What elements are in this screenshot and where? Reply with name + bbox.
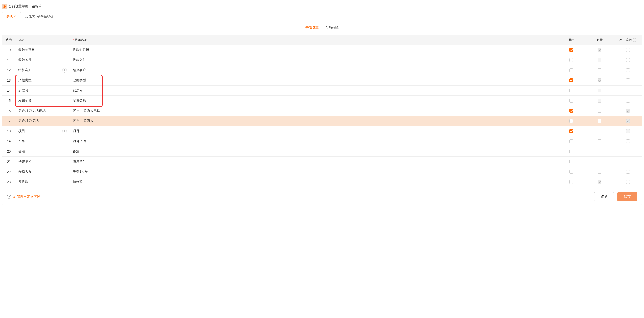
area-tab[interactable]: 表头区 — [2, 12, 21, 22]
table-row[interactable]: 14发票号发票号 — [2, 86, 642, 96]
cell-display-name[interactable]: 发票号 — [70, 86, 557, 96]
show-checkbox[interactable] — [569, 58, 573, 62]
cell-display-name[interactable]: 项目.车号 — [70, 136, 557, 146]
field-name-label: 步骤人员 — [18, 170, 32, 174]
footer-right: 取消 保存 — [594, 192, 637, 201]
table-row[interactable]: 23预收款预收款 — [2, 177, 642, 187]
area-tabs: 表头区表体区–销货单明细 — [2, 12, 642, 22]
cell-display-name[interactable]: 项目 — [70, 126, 557, 136]
table-row[interactable]: 12结算客户+结算客户 — [2, 65, 642, 75]
cell-display-name[interactable]: 收款条件 — [70, 55, 557, 65]
show-checkbox[interactable] — [569, 68, 573, 72]
table-row[interactable]: 16客户.主联系人电话客户.主联系人电话 — [2, 106, 642, 116]
required-checkbox[interactable] — [598, 68, 602, 72]
cell-required — [586, 55, 614, 65]
collapse-icon[interactable] — [2, 4, 7, 9]
add-child-button[interactable]: + — [62, 68, 67, 72]
readonly-checkbox[interactable] — [626, 58, 630, 62]
cell-readonly — [614, 106, 642, 116]
table-row[interactable]: 21快递单号快递单号 — [2, 157, 642, 167]
cell-display-name[interactable]: 票据类型 — [70, 75, 557, 85]
table-row[interactable]: 22步骤人员步骤1人员 — [2, 167, 642, 177]
readonly-checkbox[interactable] — [626, 48, 630, 52]
required-checkbox[interactable] — [598, 170, 602, 174]
table-row[interactable]: 10收款到期日收款到期日 — [2, 45, 642, 55]
readonly-checkbox[interactable] — [626, 160, 630, 164]
show-checkbox[interactable] — [569, 78, 573, 82]
show-checkbox[interactable] — [569, 48, 573, 52]
cancel-button[interactable]: 取消 — [594, 192, 614, 201]
cell-readonly — [614, 55, 642, 65]
readonly-checkbox[interactable] — [626, 140, 630, 143]
cell-readonly — [614, 45, 642, 55]
col-header-readonly-label: 不可编辑 — [620, 38, 632, 42]
cell-display-name[interactable]: 发票金额 — [70, 96, 557, 106]
show-checkbox[interactable] — [569, 140, 573, 143]
table-row[interactable]: 17客户.主联系人客户.主联系人 — [2, 116, 642, 126]
help-icon[interactable]: ? — [633, 38, 636, 42]
readonly-checkbox[interactable] — [626, 180, 630, 184]
field-name-label: 发票号 — [18, 88, 28, 92]
cell-seq: 23 — [2, 177, 16, 187]
readonly-checkbox[interactable] — [626, 170, 630, 174]
readonly-checkbox[interactable] — [626, 99, 630, 102]
add-child-button[interactable]: + — [62, 129, 67, 134]
readonly-checkbox[interactable] — [626, 68, 630, 72]
col-header-name: 列名 — [16, 35, 70, 45]
table-row[interactable]: 19车号项目.车号 — [2, 136, 642, 146]
required-checkbox — [598, 48, 602, 52]
readonly-checkbox[interactable] — [626, 88, 630, 92]
required-checkbox[interactable] — [598, 160, 602, 164]
required-checkbox[interactable] — [598, 150, 602, 153]
mode-tab[interactable]: 布局调整 — [325, 25, 338, 32]
required-checkbox[interactable] — [598, 119, 602, 123]
cell-display-name[interactable]: 快递单号 — [70, 157, 557, 166]
cell-show — [557, 116, 586, 126]
required-checkbox[interactable] — [598, 129, 602, 133]
header-bar: 当前设置单据：销货单 — [2, 2, 642, 12]
cell-name: 收款到期日 — [16, 45, 70, 55]
table-row[interactable]: 11收款条件收款条件 — [2, 55, 642, 65]
show-checkbox[interactable] — [569, 160, 573, 164]
table-row[interactable]: 20备注备注 — [2, 146, 642, 157]
readonly-checkbox[interactable] — [626, 150, 630, 153]
cell-readonly — [614, 116, 642, 126]
required-checkbox — [598, 78, 602, 82]
cell-display-name[interactable]: 预收款 — [70, 177, 557, 187]
cell-display-name[interactable]: 备注 — [70, 146, 557, 156]
required-checkbox[interactable] — [598, 109, 602, 113]
table-row[interactable]: 18项目+项目 — [2, 126, 642, 136]
save-button[interactable]: 保存 — [617, 192, 637, 201]
area-tab[interactable]: 表体区–销货单明细 — [21, 12, 58, 22]
show-checkbox[interactable] — [569, 129, 573, 133]
gear-icon: ⚙ — [12, 195, 16, 199]
table-row[interactable]: 15发票金额发票金额 — [2, 96, 642, 106]
field-name-label: 票据类型 — [18, 78, 32, 82]
cell-show — [557, 65, 586, 75]
cell-display-name[interactable]: 客户.主联系人 — [70, 116, 557, 126]
show-checkbox[interactable] — [569, 170, 573, 174]
table-header-row: 序号 列名 *显示名称 显示 必录 不可编辑? — [2, 35, 642, 45]
cell-name: 客户.主联系人 — [16, 116, 70, 126]
cell-required — [586, 116, 614, 126]
show-checkbox[interactable] — [569, 99, 573, 102]
table-row[interactable]: 13票据类型票据类型 — [2, 75, 642, 86]
cell-display-name[interactable]: 收款到期日 — [70, 45, 557, 55]
cell-seq: 17 — [2, 116, 16, 126]
readonly-checkbox[interactable] — [626, 78, 630, 82]
show-checkbox[interactable] — [569, 150, 573, 153]
cell-seq: 18 — [2, 126, 16, 136]
mode-tab[interactable]: 字段设置 — [306, 25, 319, 32]
required-checkbox[interactable] — [598, 140, 602, 143]
manage-custom-fields-link[interactable]: 管理自定义字段 — [17, 195, 40, 199]
question-icon[interactable]: ? — [7, 195, 11, 199]
cell-display-name[interactable]: 客户.主联系人电话 — [70, 106, 557, 116]
show-checkbox[interactable] — [569, 88, 573, 92]
show-checkbox[interactable] — [569, 109, 573, 113]
cell-display-name[interactable]: 结算客户 — [70, 65, 557, 75]
show-checkbox[interactable] — [569, 119, 573, 123]
cell-show — [557, 167, 586, 177]
cell-display-name[interactable]: 步骤1人员 — [70, 167, 557, 177]
show-checkbox[interactable] — [569, 180, 573, 184]
cell-required — [586, 65, 614, 75]
